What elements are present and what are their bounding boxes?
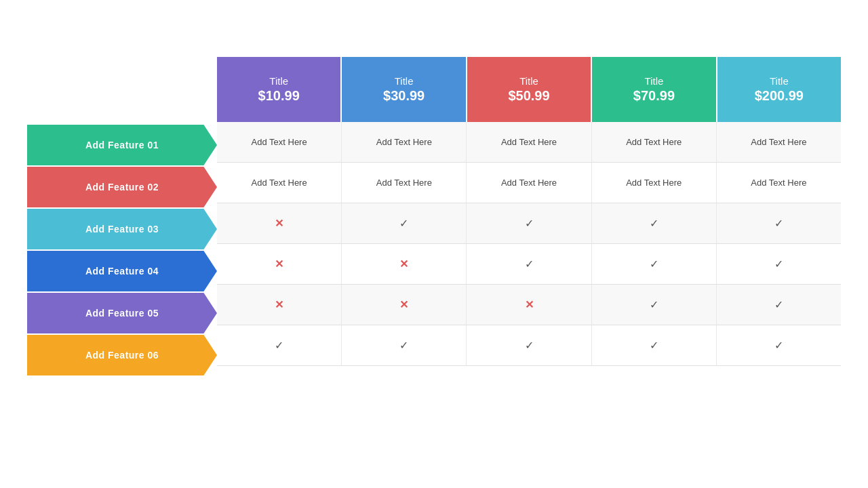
check-icon: ✓	[399, 217, 408, 230]
cell-5-5: ✓	[717, 285, 841, 325]
feature-label-1: Add Feature 01	[27, 125, 217, 165]
table-rows: Add Text HereAdd Text HereAdd Text HereA…	[217, 122, 841, 366]
cell-5-2: ✕	[342, 285, 467, 325]
col-header-5: Title $200.99	[717, 57, 841, 122]
col-title-4: Title	[645, 75, 664, 87]
cell-3-4: ✓	[592, 203, 717, 243]
cell-3-2: ✓	[342, 203, 467, 243]
feature-label-6: Add Feature 06	[27, 335, 217, 375]
check-icon: ✓	[399, 339, 408, 352]
cell-4-4: ✓	[592, 244, 717, 284]
cell-5-3: ✕	[467, 285, 591, 325]
col-price-2: $30.99	[383, 88, 425, 104]
table-row-4: ✕✕✓✓✓	[217, 244, 841, 285]
check-icon: ✓	[275, 339, 283, 352]
feature-label-2: Add Feature 02	[27, 167, 217, 207]
col-price-3: $50.99	[508, 88, 549, 104]
feature-labels: Add Feature 01Add Feature 02Add Feature …	[27, 57, 217, 377]
feature-label-4: Add Feature 04	[27, 251, 217, 291]
cell-6-4: ✓	[592, 325, 717, 365]
table-row-6: ✓✓✓✓✓	[217, 325, 841, 366]
col-header-4: Title $70.99	[592, 57, 715, 122]
col-header-1: Title $10.99	[217, 57, 340, 122]
cell-6-5: ✓	[717, 325, 841, 365]
table-row-2: Add Text HereAdd Text HereAdd Text HereA…	[217, 163, 841, 203]
table-row-5: ✕✕✕✓✓	[217, 285, 841, 325]
cross-icon: ✕	[399, 298, 408, 311]
cross-icon: ✕	[399, 258, 408, 270]
col-price-1: $10.99	[258, 88, 300, 104]
cell-6-1: ✓	[217, 325, 342, 365]
col-price-5: $200.99	[755, 88, 804, 104]
check-icon: ✓	[525, 339, 534, 352]
cell-5-4: ✓	[592, 285, 717, 325]
col-price-4: $70.99	[633, 88, 675, 104]
cross-icon: ✕	[275, 217, 283, 230]
col-title-3: Title	[519, 75, 538, 87]
cell-4-5: ✓	[717, 244, 841, 284]
chart-container: Add Feature 01Add Feature 02Add Feature …	[27, 57, 841, 377]
cell-4-2: ✕	[342, 244, 467, 284]
cell-6-3: ✓	[467, 325, 591, 365]
cell-1-2: Add Text Here	[342, 122, 467, 162]
check-icon: ✓	[650, 217, 658, 230]
check-icon: ✓	[650, 258, 658, 270]
cell-1-5: Add Text Here	[717, 122, 841, 162]
check-icon: ✓	[774, 217, 783, 230]
cell-6-2: ✓	[342, 325, 467, 365]
col-header-3: Title $50.99	[467, 57, 591, 122]
cell-2-2: Add Text Here	[342, 163, 467, 203]
cell-1-1: Add Text Here	[217, 122, 342, 162]
feature-label-3: Add Feature 03	[27, 209, 217, 249]
table-row-1: Add Text HereAdd Text HereAdd Text HereA…	[217, 122, 841, 163]
table-row-3: ✕✓✓✓✓	[217, 203, 841, 244]
table-area: Title $10.99 Title $30.99 Title $50.99 T…	[217, 57, 841, 366]
check-icon: ✓	[774, 339, 783, 352]
column-headers: Title $10.99 Title $30.99 Title $50.99 T…	[217, 57, 841, 122]
check-icon: ✓	[774, 298, 783, 311]
cell-4-1: ✕	[217, 244, 342, 284]
cross-icon: ✕	[275, 258, 283, 270]
cell-1-4: Add Text Here	[592, 122, 717, 162]
col-header-2: Title $30.99	[342, 57, 465, 122]
cell-1-3: Add Text Here	[467, 122, 591, 162]
col-title-1: Title	[269, 75, 288, 87]
feature-label-5: Add Feature 05	[27, 293, 217, 333]
cell-3-1: ✕	[217, 203, 342, 243]
check-icon: ✓	[774, 258, 783, 270]
cell-3-5: ✓	[717, 203, 841, 243]
col-title-5: Title	[770, 75, 789, 87]
cell-5-1: ✕	[217, 285, 342, 325]
cell-4-3: ✓	[467, 244, 591, 284]
check-icon: ✓	[525, 217, 534, 230]
check-icon: ✓	[525, 258, 534, 270]
cross-icon: ✕	[275, 298, 283, 311]
cell-2-4: Add Text Here	[592, 163, 717, 203]
cell-3-3: ✓	[467, 203, 591, 243]
cell-2-5: Add Text Here	[717, 163, 841, 203]
cell-2-1: Add Text Here	[217, 163, 342, 203]
col-title-2: Title	[395, 75, 414, 87]
check-icon: ✓	[650, 298, 658, 311]
cell-2-3: Add Text Here	[467, 163, 591, 203]
cross-icon: ✕	[525, 298, 534, 311]
check-icon: ✓	[650, 339, 658, 352]
